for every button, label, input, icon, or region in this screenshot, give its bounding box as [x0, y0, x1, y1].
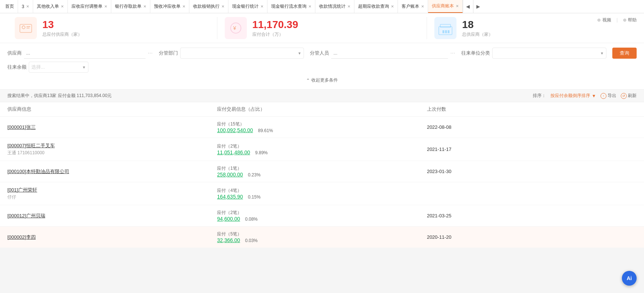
trans-amount[interactable]: 100,092,540.00 — [217, 127, 253, 133]
balance-filter-label: 往来余额 — [7, 64, 27, 70]
top-right-links: ⊙ 视频 ｜ ⊙ 帮助 — [597, 17, 637, 23]
close-icon[interactable]: ✕ — [143, 4, 146, 8]
query-button[interactable]: 查询 — [612, 48, 637, 59]
chevron-down-icon: ▼ — [82, 65, 86, 69]
close-icon[interactable]: ✕ — [61, 4, 64, 8]
svg-rect-0 — [20, 24, 32, 32]
close-icon[interactable]: ✕ — [221, 4, 224, 8]
last-pay-cell: 2020-11-20 — [427, 234, 637, 240]
help-link[interactable]: ⊙ 帮助 — [623, 17, 637, 23]
supplier-info-cell: [000001]张三 — [7, 124, 217, 131]
chevron-down-icon: ▼ — [298, 51, 301, 55]
close-icon[interactable]: ✕ — [391, 4, 394, 8]
supplier-link[interactable]: [001]广州荣轩 — [7, 187, 217, 193]
nav-tab-cash-flow[interactable]: 现金银行流水查询 ✕ — [267, 0, 315, 13]
nav-tab-collection[interactable]: 收款核销执行 ✕ — [189, 0, 228, 13]
trans-amount[interactable]: 94,600.00 — [217, 216, 240, 222]
supplier-link[interactable]: [000002]李四 — [7, 234, 217, 241]
dept-filter: 分管部门 ▼ — [159, 48, 304, 59]
nav-tab-ar-adjust[interactable]: 应收应付调整单 ✕ — [68, 0, 111, 13]
supplier-link[interactable]: [000001]张三 — [7, 124, 217, 131]
trans-pct: 0.15% — [248, 194, 260, 200]
payable-suppliers-icon — [15, 17, 37, 39]
trans-info-cell: 应付（5笔） 32,366.00 0.03% — [217, 231, 427, 243]
last-pay-cell: 2022-08-08 — [427, 124, 637, 130]
trans-amount[interactable]: 11,051,486.00 — [217, 149, 250, 155]
trans-amount[interactable]: 258,000.00 — [217, 172, 243, 177]
link-separator: ｜ — [615, 17, 619, 23]
trans-amount[interactable]: 164,635.90 — [217, 194, 243, 200]
trans-amount[interactable]: 32,366.00 — [217, 237, 240, 243]
trans-pct: 0.23% — [248, 172, 260, 177]
nav-tab-supplier-ledger[interactable]: 供应商账本 ✕ — [428, 0, 463, 13]
nav-tab-customer-ledger[interactable]: 客户账本 ✕ — [398, 0, 428, 13]
export-icon: ↑ — [601, 93, 606, 99]
close-icon[interactable]: ✕ — [26, 4, 29, 8]
nav-tab-3-label: 3 — [22, 4, 24, 9]
video-link[interactable]: ⊙ 视频 — [597, 17, 611, 23]
category-select[interactable]: ▼ — [492, 48, 607, 59]
collapse-label: 收起更多条件 — [311, 77, 338, 83]
nav-arrow-left[interactable]: ◀ — [463, 0, 473, 13]
summary-content-payable-suppliers: 13 总应付供应商（家） — [42, 18, 82, 38]
close-icon[interactable]: ✕ — [347, 4, 350, 8]
nav-tab-overdue-label: 超期应收款查询 — [358, 3, 389, 10]
person-dots-btn[interactable]: ··· — [450, 50, 455, 56]
total-suppliers-icon — [434, 17, 456, 39]
table-row: [001]广州荣轩 仔仔 应付（4笔） 164,635.90 0.15% — [0, 182, 644, 205]
results-bar: 搜索结果中，供应商13家 应付金额 111,703,854.00元 排序： 按应… — [0, 90, 644, 102]
person-filter-label: 分管人员 — [310, 50, 329, 56]
nav-tab-overdue[interactable]: 超期应收款查询 ✕ — [354, 0, 398, 13]
nav-tab-cash-bank-stats-label: 现金银行统计 — [232, 3, 259, 10]
arrow-up-icon: ⌃ — [306, 78, 310, 83]
balance-filter: 往来余额 选择... ▼ — [7, 62, 88, 73]
trans-info-cell: 应付（4笔） 164,635.90 0.15% — [217, 187, 427, 200]
close-icon[interactable]: ✕ — [308, 4, 311, 8]
sort-select-button[interactable]: 按应付余额倒序排序 ▼ — [550, 93, 596, 99]
summary-content-total-suppliers: 18 总供应商（家） — [462, 18, 493, 38]
total-suppliers-count: 18 — [462, 18, 493, 31]
filter-row-1: 供应商 ··· 分管部门 ▼ 分管人员 ··· 往来单位分类 ▼ 查询 — [7, 48, 637, 59]
summary-card-payable-suppliers: 13 总应付供应商（家） — [7, 17, 217, 39]
supplier-link[interactable]: [000012]广州贝瑞 — [7, 213, 217, 219]
collapse-button[interactable]: ⌃ 收起更多条件 — [7, 77, 637, 83]
supplier-dots-btn[interactable]: ··· — [148, 50, 153, 56]
close-icon[interactable]: ✕ — [182, 4, 185, 8]
trans-info-cell: 应付（2笔） 94,600.00 0.08% — [217, 210, 427, 222]
supplier-input[interactable] — [24, 48, 146, 59]
dept-select[interactable]: ▼ — [180, 48, 304, 59]
nav-tab-collection-stats[interactable]: 收款情况统计 ✕ — [315, 0, 354, 13]
nav-tab-prepay[interactable]: 预收冲应收单 ✕ — [150, 0, 189, 13]
refresh-label: 刷新 — [628, 93, 637, 99]
refresh-button[interactable]: ↺ 刷新 — [621, 93, 637, 99]
table-row: [000012]广州贝瑞 应付（2笔） 94,600.00 0.08% 2021… — [0, 205, 644, 227]
col-header-last-pay: 上次付数 — [427, 106, 637, 113]
trans-pct: 0.03% — [245, 238, 258, 243]
person-input[interactable] — [331, 48, 448, 59]
supplier-info-cell: [001]广州荣轩 仔仔 — [7, 187, 217, 200]
close-icon[interactable]: ✕ — [260, 4, 263, 8]
nav-arrow-right[interactable]: ▶ — [473, 0, 483, 13]
close-icon[interactable]: ✕ — [421, 4, 424, 8]
top-navigation: 首页 3 ✕ 其他收入单 ✕ 应收应付调整单 ✕ 银行存取款单 ✕ 预收冲应收单… — [0, 0, 644, 13]
table-row: [000100]本特勤油品有限公司 应付（1笔） 258,000.00 0.23… — [0, 161, 644, 182]
svg-rect-7 — [440, 24, 451, 27]
total-suppliers-label: 总供应商（家） — [462, 31, 493, 38]
nav-tab-home[interactable]: 首页 — [1, 0, 18, 13]
nav-tab-cash-bank-stats[interactable]: 现金银行统计 ✕ — [228, 0, 267, 13]
supplier-link[interactable]: [000007]恒旺二手叉车 — [7, 142, 217, 149]
nav-tab-bank-deposit[interactable]: 银行存取款单 ✕ — [111, 0, 150, 13]
nav-tab-collection-label: 收款核销执行 — [193, 3, 220, 10]
close-icon[interactable]: ✕ — [456, 4, 459, 8]
nav-tab-collection-stats-label: 收款情况统计 — [319, 3, 346, 10]
export-button[interactable]: ↑ 导出 — [601, 93, 616, 99]
refresh-icon: ↺ — [621, 93, 627, 99]
trans-label: 应付（5笔） — [217, 231, 427, 237]
last-pay-cell: 2021-11-17 — [427, 146, 637, 152]
balance-select[interactable]: 选择... ▼ — [29, 62, 88, 73]
nav-tab-3[interactable]: 3 ✕ — [18, 0, 33, 13]
supplier-filter-label: 供应商 — [7, 50, 22, 56]
nav-tab-other-income[interactable]: 其他收入单 ✕ — [33, 0, 68, 13]
close-icon[interactable]: ✕ — [104, 4, 107, 8]
supplier-link[interactable]: [000100]本特勤油品有限公司 — [7, 168, 217, 175]
